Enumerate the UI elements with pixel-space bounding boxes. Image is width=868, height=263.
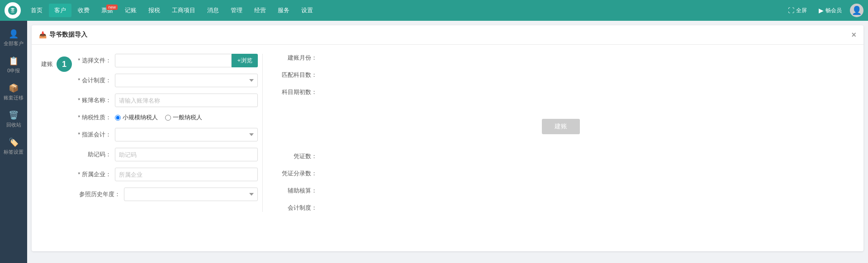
vip-btn[interactable]: ▶ 畅会员 [815, 5, 845, 16]
match-subjects-row: 匹配科目数： [276, 71, 845, 79]
voucher-entries-label: 凭证分录数： [276, 169, 317, 178]
file-label: * 选择文件： [75, 56, 111, 65]
sidebar: 👤 全部客户 📋 0申报 📦 账套迁移 🗑️ 回收站 🏷️ 标签设置 [0, 21, 27, 263]
nav-fees[interactable]: 收费 [72, 4, 95, 17]
sidebar-label-declarations: 0申报 [7, 67, 20, 74]
sidebar-item-migration[interactable]: 📦 账套迁移 [0, 80, 27, 105]
voucher-count-row: 凭证数： [276, 152, 845, 160]
general-taxpayer-label: 一般纳税人 [173, 113, 202, 122]
voucher-entries-row: 凭证分录数： [276, 169, 845, 178]
belonging-company-label: * 所属企业： [75, 170, 111, 178]
nav-home[interactable]: 首页 [25, 4, 48, 17]
voucher-count-label: 凭证数： [276, 152, 317, 160]
reference-year-select[interactable] [124, 188, 258, 201]
period-initial-row: 科目期初数： [276, 88, 845, 96]
build-account-button[interactable]: 建账 [542, 119, 580, 134]
build-account-label: 建账 [41, 60, 53, 68]
nav-clients[interactable]: 客户 [49, 4, 71, 17]
belonging-company-row: * 所属企业： [75, 168, 258, 181]
nav-operations[interactable]: 经营 [249, 4, 271, 17]
belonging-company-input[interactable] [115, 168, 258, 181]
tax-radio-group: 小规模纳税人 一般纳税人 [115, 113, 202, 122]
form-right: 建账月份： 匹配科目数： 科目期初数： 建账 [267, 54, 854, 212]
accounting-system-select[interactable] [115, 74, 258, 87]
nav-tax[interactable]: 报税 [143, 4, 166, 17]
file-input[interactable] [115, 54, 232, 67]
build-month-row: 建账月份： [276, 54, 845, 62]
user-avatar[interactable]: 👤 [850, 4, 863, 17]
aux-accounting-row: 辅助核算： [276, 187, 845, 195]
panel-title: 📥 导爷数据导入 [39, 31, 87, 39]
step-badge: 1 [57, 56, 72, 72]
nav-right: ⛶ 全屏 ▶ 畅会员 👤 [784, 4, 863, 17]
import-panel: 📥 导爷数据导入 × 建账 1 [32, 25, 863, 251]
panel-header: 📥 导爷数据导入 × [32, 25, 863, 45]
sidebar-item-all-clients[interactable]: 👤 全部客户 [0, 25, 27, 51]
memo-code-input[interactable] [115, 148, 258, 161]
app-logo[interactable] [5, 2, 21, 19]
sidebar-label-all-clients: 全部客户 [4, 40, 24, 47]
close-button[interactable]: × [851, 31, 856, 39]
nav-settings[interactable]: 设置 [296, 4, 318, 17]
small-taxpayer-label: 小规模纳税人 [123, 113, 158, 122]
panel-title-text: 导爷数据导入 [49, 31, 87, 39]
general-taxpayer-radio[interactable]: 一般纳税人 [165, 113, 202, 122]
nav-management[interactable]: 管理 [225, 4, 248, 17]
aux-accounting-label: 辅助核算： [276, 187, 317, 195]
top-navigation: 首页 客户 收费 票据 new 记账 报税 工商项目 消息 管理 经营 服务 设… [0, 0, 868, 21]
recycle-icon: 🗑️ [9, 110, 19, 120]
panel-body: 建账 1 * 选择文件： +浏览 [32, 45, 863, 221]
nav-services[interactable]: 服务 [272, 4, 295, 17]
sidebar-label-migration: 账套迁移 [4, 94, 24, 101]
nav-messages[interactable]: 消息 [202, 4, 224, 17]
reference-year-label: 参照历史年度： [75, 190, 120, 198]
sidebar-item-recycle[interactable]: 🗑️ 回收站 [0, 107, 27, 132]
sidebar-label-tags: 标签设置 [4, 149, 24, 155]
main-layout: 👤 全部客户 📋 0申报 📦 账套迁移 🗑️ 回收站 🏷️ 标签设置 📥 [0, 21, 868, 263]
ledger-name-row: * 账簿名称： [75, 94, 258, 107]
new-badge: new [106, 5, 118, 10]
nav-bookkeeping[interactable]: 记账 [119, 4, 142, 17]
form-divider [262, 54, 263, 212]
sidebar-item-declarations[interactable]: 📋 0申报 [0, 52, 27, 78]
fullscreen-btn[interactable]: ⛶ 全屏 [784, 5, 811, 16]
sidebar-item-tags[interactable]: 🏷️ 标签设置 [0, 134, 27, 159]
nav-items: 首页 客户 收费 票据 new 记账 报税 工商项目 消息 管理 经营 服务 设… [25, 4, 784, 17]
memo-code-row: 助记码： [75, 148, 258, 161]
file-select-row: * 选择文件： +浏览 [75, 54, 258, 67]
period-initial-label: 科目期初数： [276, 88, 317, 96]
browse-button[interactable]: +浏览 [232, 54, 258, 67]
migration-icon: 📦 [9, 83, 19, 93]
ledger-name-label: * 账簿名称： [75, 96, 111, 104]
nav-business[interactable]: 工商项目 [166, 4, 201, 17]
sidebar-label-recycle: 回收站 [6, 122, 21, 128]
all-clients-icon: 👤 [9, 29, 19, 39]
form-left: 建账 1 * 选择文件： +浏览 [41, 54, 258, 212]
accounting-system-label: * 会计制度： [75, 76, 111, 85]
match-subjects-label: 匹配科目数： [276, 71, 317, 79]
right-accounting-system-label: 会计制度： [276, 204, 317, 212]
tags-icon: 🏷️ [9, 137, 19, 147]
ledger-name-input[interactable] [115, 94, 258, 107]
declarations-icon: 📋 [9, 56, 19, 66]
reference-year-row: 参照历史年度： [75, 188, 258, 201]
small-taxpayer-radio[interactable]: 小规模纳税人 [115, 113, 158, 122]
memo-code-label: 助记码： [75, 150, 111, 159]
import-icon: 📥 [39, 31, 47, 38]
assign-accountant-label: * 指派会计： [75, 131, 111, 139]
nav-invoices[interactable]: 票据 new [96, 4, 119, 17]
tax-type-row: * 纳税性质： 小规模纳税人 一般纳税人 [75, 113, 258, 122]
assign-accountant-select[interactable] [115, 128, 258, 141]
accounting-system-row: * 会计制度： [75, 74, 258, 87]
build-month-label: 建账月份： [276, 54, 317, 62]
tax-type-label: * 纳税性质： [75, 113, 111, 122]
assign-accountant-row: * 指派会计： [75, 128, 258, 141]
main-content: 📥 导爷数据导入 × 建账 1 [27, 21, 868, 263]
right-accounting-system-row: 会计制度： [276, 204, 845, 212]
